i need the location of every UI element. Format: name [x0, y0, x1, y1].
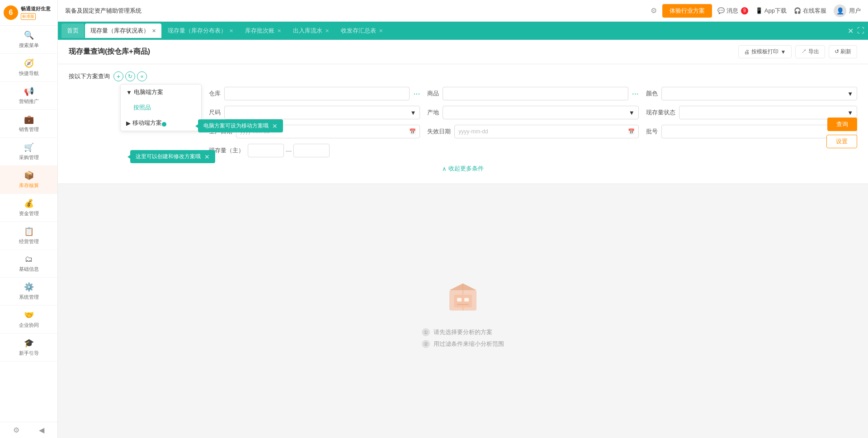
message-icon: 💬: [717, 7, 725, 14]
warehouse-dots[interactable]: ···: [413, 89, 420, 99]
sidebar-item-guide[interactable]: 🧭 快捷导航: [0, 54, 57, 82]
tab-close-all-icon[interactable]: ✕: [848, 27, 854, 35]
guide-nav-icon: 🧭: [24, 58, 34, 68]
phone-icon: 📱: [755, 7, 763, 14]
template-print-button[interactable]: 🖨 按模板打印 ▼: [738, 45, 792, 58]
gear-icon[interactable]: ⚙: [651, 6, 657, 15]
batch-label: 批号: [646, 127, 658, 136]
top-bar-actions: 💬 消息 9 📱 App下载 🎧 在线客服 👤 用户: [717, 5, 861, 17]
empty-step-2: ② 用过滤条件来缩小分析范围: [422, 338, 504, 350]
tooltip-scheme-hint: 电脑方案可设为移动方案哦 ✕: [198, 119, 283, 132]
tab-inventory-status-label: 现存量（库存状况表）: [90, 27, 149, 35]
tooltip2-text: 这里可以创建和修改方案哦: [136, 153, 201, 160]
product-dots[interactable]: ···: [632, 89, 639, 99]
user-label: 用户: [849, 7, 861, 15]
sidebar-item-newbie[interactable]: 🎓 新手引导: [0, 334, 57, 362]
filter-row-2: 尺码 ▼ 产地 ▼ 现存量状态: [209, 106, 857, 119]
tab-inout-flow[interactable]: 出入库流水 ✕: [288, 24, 335, 38]
collapse-sidebar-icon[interactable]: ◀: [39, 426, 44, 434]
user-action[interactable]: 👤 用户: [834, 5, 861, 17]
main-area: 装备及固定资产辅助管理系统 ⚙ 体验行业方案 💬 消息 9 📱 App下载 🎧 …: [58, 0, 868, 438]
logo-name: 畅通道好生意: [21, 5, 51, 12]
filter-expiry-date: 失效日期 yyyy-mm-dd 📅: [427, 125, 638, 138]
product-select[interactable]: [443, 87, 628, 100]
origin-select[interactable]: ▼: [443, 106, 638, 119]
svg-rect-5: [464, 298, 469, 301]
settings-bottom-icon[interactable]: ⚙: [13, 426, 19, 434]
scheme-desktop-label: 电脑端方案: [134, 88, 163, 96]
filter-origin: 产地 ▼: [427, 106, 638, 119]
query-button[interactable]: 查询: [827, 118, 857, 131]
expiry-date-start[interactable]: yyyy-mm-dd 📅: [454, 125, 638, 138]
filter-refresh-btn[interactable]: ↻: [125, 71, 135, 81]
online-support-action[interactable]: 🎧 在线客服: [794, 7, 826, 15]
scheme-tree-desktop[interactable]: ▼ 电脑端方案: [121, 85, 201, 100]
tab-inventory-dist[interactable]: 现存量（库存分布表） ✕: [162, 24, 239, 38]
svg-rect-6: [457, 304, 469, 305]
expiry-date-wrap: yyyy-mm-dd 📅: [454, 125, 638, 138]
tab-close-batch-acct[interactable]: ✕: [277, 28, 281, 34]
empty-step-1: ① 请先选择要分析的方案: [422, 326, 504, 338]
template-print-label: 按模板打印: [751, 48, 778, 56]
filter-back-btn[interactable]: «: [137, 71, 147, 81]
export-icon: ↗: [801, 48, 807, 55]
sidebar-item-inventory[interactable]: 📦 库存核算: [0, 166, 57, 194]
scheme-tree-mobile[interactable]: ▶ 移动端方案: [121, 115, 201, 131]
sidebar-item-search[interactable]: 🔍 搜索菜单: [0, 26, 57, 54]
color-select[interactable]: ▼: [661, 87, 857, 100]
origin-label: 产地: [427, 108, 439, 117]
filter-size: 尺码 ▼: [209, 106, 420, 119]
sidebar-item-label-purchase: 采购管理: [19, 154, 39, 161]
filter-color: 颜色 ▼: [646, 87, 857, 100]
scheme-tree-desktop-item[interactable]: 按照品: [121, 100, 201, 115]
tab-home[interactable]: 首页: [61, 24, 84, 38]
sidebar-item-label-inventory: 库存核算: [19, 182, 39, 189]
page-header: 现存量查询(按仓库+商品) 🖨 按模板打印 ▼ ↗ 导出 ↺ 刷新: [58, 40, 868, 64]
step-num-2: ②: [422, 340, 430, 348]
sidebar-item-purchase[interactable]: 🛒 采购管理: [0, 138, 57, 166]
tab-bar: 首页 现存量（库存状况表） ✕ 现存量（库存分布表） ✕ 库存批次账 ✕ 出入库…: [58, 22, 868, 40]
tab-close-inout-flow[interactable]: ✕: [325, 28, 329, 34]
tab-close-inventory-dist[interactable]: ✕: [229, 28, 233, 34]
content-area: 现存量查询(按仓库+商品) 🖨 按模板打印 ▼ ↗ 导出 ↺ 刷新: [58, 40, 868, 438]
collapse-label: 收起更多条件: [448, 165, 484, 173]
sidebar-item-finance[interactable]: 💰 资金管理: [0, 194, 57, 222]
filter-stock-qty: 现存量（主） —: [209, 144, 420, 157]
tab-batch-acct[interactable]: 库存批次账 ✕: [240, 24, 287, 38]
connector-dot: [162, 122, 166, 127]
product-label: 商品: [427, 89, 439, 98]
sidebar: 6 畅通道好生意 标准版 🔍 搜索菜单 🧭 快捷导航 📢 营销推广 💼 销售管理: [0, 0, 58, 438]
tab-expand-icon[interactable]: ⛶: [857, 27, 864, 35]
sidebar-item-sales[interactable]: 💼 销售管理: [0, 110, 57, 138]
page-header-actions: 🖨 按模板打印 ▼ ↗ 导出 ↺ 刷新: [738, 45, 857, 58]
expiry-date-start-placeholder: yyyy-mm-dd: [458, 128, 488, 135]
stock-status-label: 现存量状态: [646, 108, 675, 117]
app-download-action[interactable]: 📱 App下载: [755, 7, 787, 15]
size-select[interactable]: ▼: [224, 106, 420, 119]
refresh-icon: ↺: [835, 48, 839, 55]
export-label: 导出: [808, 48, 819, 55]
sidebar-item-system[interactable]: ⚙️ 系统管理: [0, 278, 57, 306]
sidebar-item-marketing[interactable]: 📢 营销推广: [0, 82, 57, 110]
tooltip2-close-icon[interactable]: ✕: [204, 153, 210, 160]
filter-add-btn[interactable]: +: [113, 71, 123, 81]
stock-qty-min[interactable]: [248, 144, 284, 157]
tab-inventory-status[interactable]: 现存量（库存状况表） ✕: [85, 24, 161, 38]
stock-qty-max[interactable]: [293, 144, 330, 157]
tab-close-recv-summary[interactable]: ✕: [379, 28, 383, 34]
tab-close-inventory-status[interactable]: ✕: [152, 28, 156, 34]
trial-btn[interactable]: 体验行业方案: [662, 4, 712, 18]
sidebar-nav: 🔍 搜索菜单 🧭 快捷导航 📢 营销推广 💼 销售管理 🛒 采购管理 📦: [0, 26, 57, 422]
warehouse-select[interactable]: [224, 87, 410, 100]
sidebar-item-ops[interactable]: 📋 经营管理: [0, 222, 57, 250]
tooltip1-close-icon[interactable]: ✕: [272, 122, 278, 130]
sidebar-item-base[interactable]: 🗂 基础信息: [0, 250, 57, 278]
collapse-btn[interactable]: ∧ 收起更多条件: [69, 161, 857, 176]
sidebar-item-collab[interactable]: 🤝 企业协同: [0, 306, 57, 334]
refresh-button[interactable]: ↺ 刷新: [829, 45, 857, 58]
export-button[interactable]: ↗ 导出: [795, 45, 825, 58]
tab-recv-summary[interactable]: 收发存汇总表 ✕: [335, 24, 388, 38]
top-bar: 装备及固定资产辅助管理系统 ⚙ 体验行业方案 💬 消息 9 📱 App下载 🎧 …: [58, 0, 868, 22]
message-action[interactable]: 💬 消息 9: [717, 7, 748, 15]
set-button[interactable]: 设置: [826, 135, 857, 148]
